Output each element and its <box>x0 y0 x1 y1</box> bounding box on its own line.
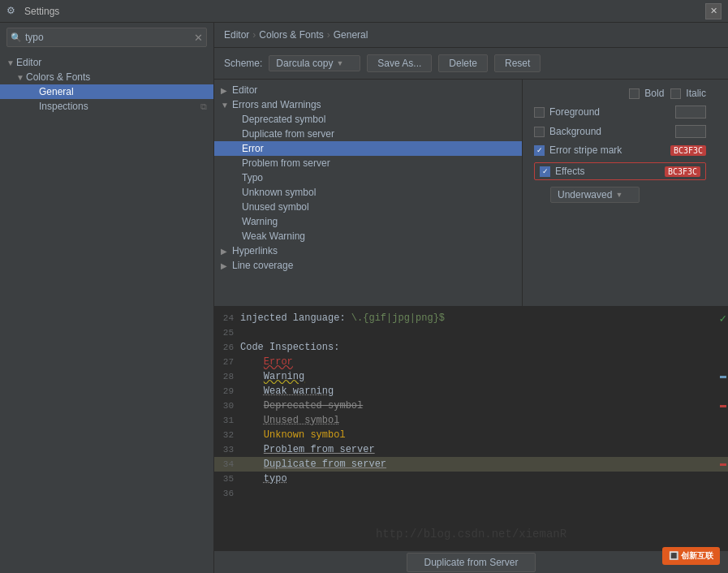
line-num-35: 35 <box>218 474 240 484</box>
st-item-line-coverage[interactable]: ▶ Line coverage <box>214 258 522 273</box>
st-item-typo[interactable]: Typo <box>214 170 522 185</box>
tree-item-inspections[interactable]: Inspections ⧉ <box>0 99 213 114</box>
indicator-green: ✓ <box>720 312 726 325</box>
line-content-32: Unknown symbol <box>240 429 346 441</box>
breadcrumb-part-colors: Colors & Fonts <box>259 29 323 41</box>
st-arrow-hyperlinks: ▶ <box>221 247 232 256</box>
left-tree: ▼ Editor ▼ Colors & Fonts General Inspec… <box>0 52 213 573</box>
delete-button[interactable]: Delete <box>438 54 488 72</box>
st-label-weak: Weak Warning <box>242 230 305 242</box>
st-item-weak-warning[interactable]: Weak Warning <box>214 229 522 243</box>
line-content-27: Error <box>240 356 293 368</box>
effects-checkbox[interactable] <box>540 166 550 177</box>
st-item-hyperlinks[interactable]: ▶ Hyperlinks <box>214 243 522 258</box>
tree-item-colors-fonts[interactable]: ▼ Colors & Fonts <box>0 70 213 84</box>
line-num-32: 32 <box>218 430 240 440</box>
line-num-31: 31 <box>218 416 240 425</box>
scheme-value: Darcula copy <box>276 58 333 69</box>
scheme-label: Scheme: <box>224 58 262 69</box>
error-stripe-row: Error stripe mark BC3F3C <box>534 144 706 156</box>
st-arrow-error <box>230 144 242 153</box>
breadcrumb-part-editor: Editor <box>224 29 249 41</box>
line-num-26: 26 <box>218 343 240 352</box>
st-item-error[interactable]: Error <box>214 141 522 156</box>
code-line-34: 34 Duplicate from server <box>214 457 728 472</box>
st-label-hyperlinks: Hyperlinks <box>232 245 278 256</box>
st-label-problem: Problem from server <box>242 157 330 169</box>
line-num-29: 29 <box>218 386 240 396</box>
left-panel: 🔍 ✕ ▼ Editor ▼ Colors & Fonts General <box>0 23 214 573</box>
st-label-deprecated: Deprecated symbol <box>242 114 325 125</box>
st-arrow-warning <box>230 218 242 226</box>
line-content-28: Warning <box>240 371 304 382</box>
st-item-problem[interactable]: Problem from server <box>214 156 522 170</box>
copy-icon: ⧉ <box>200 101 207 112</box>
window-title: Settings <box>24 6 705 17</box>
foreground-checkbox[interactable] <box>534 107 545 118</box>
st-item-dup-server[interactable]: Duplicate from server <box>214 127 522 141</box>
st-arrow-deprecated <box>230 115 242 124</box>
tree-item-general[interactable]: General <box>0 84 213 99</box>
background-label: Background <box>549 126 670 137</box>
line-num-27: 27 <box>218 357 240 367</box>
st-item-unknown[interactable]: Unknown symbol <box>214 185 522 200</box>
error-stripe-checkbox[interactable] <box>534 145 545 156</box>
line-num-36: 36 <box>218 489 240 498</box>
tree-label-editor: Editor <box>16 57 41 68</box>
st-item-errors[interactable]: ▼ Errors and Warnings <box>214 97 522 112</box>
st-item-editor[interactable]: ▶ Editor <box>214 83 522 97</box>
error-stripe-label: Error stripe mark <box>549 144 666 156</box>
bold-label: Bold <box>644 88 664 99</box>
bold-italic-row: Bold Italic <box>534 88 706 99</box>
save-as-button[interactable]: Save As... <box>367 54 432 72</box>
scheme-dropdown[interactable]: Darcula copy ▼ <box>269 55 360 71</box>
st-arrow-weak <box>230 232 242 241</box>
st-item-warning[interactable]: Warning <box>214 214 522 229</box>
st-arrow-unknown <box>230 188 242 197</box>
code-line-27: 27 Error <box>214 355 728 369</box>
st-label-warning: Warning <box>242 216 278 227</box>
st-label-typo: Typo <box>242 172 263 183</box>
main-container: 🔍 ✕ ▼ Editor ▼ Colors & Fonts General <box>0 23 728 573</box>
italic-checkbox-row: Italic <box>670 88 706 99</box>
split-area: ▶ Editor ▼ Errors and Warnings Deprecate… <box>214 80 728 573</box>
foreground-swatch[interactable] <box>675 106 706 118</box>
reset-button[interactable]: Reset <box>494 54 541 72</box>
scheme-dropdown-arrow: ▼ <box>336 59 343 67</box>
st-item-deprecated[interactable]: Deprecated symbol <box>214 112 522 127</box>
effects-color[interactable]: BC3F3C <box>665 166 700 177</box>
st-label-unused: Unused symbol <box>242 201 309 213</box>
code-line-36: 36 <box>214 486 728 501</box>
line-content-34: Duplicate from server <box>240 459 386 470</box>
st-label-line-coverage: Line coverage <box>232 260 293 271</box>
search-box: 🔍 ✕ <box>6 28 207 47</box>
line-content-26: Code Inspections: <box>240 342 339 353</box>
st-label-error: Error <box>242 143 264 154</box>
st-label-unknown: Unknown symbol <box>242 187 316 198</box>
st-item-unused[interactable]: Unused symbol <box>214 200 522 214</box>
italic-checkbox[interactable] <box>670 88 681 99</box>
line-content-30: Deprecated symbol <box>240 400 363 411</box>
background-checkbox[interactable] <box>534 127 545 137</box>
code-line-24: 24 injected language: \.{gif|jpg|png}$ ✓ <box>214 311 728 325</box>
settings-tree: ▶ Editor ▼ Errors and Warnings Deprecate… <box>214 80 523 306</box>
error-stripe-color[interactable]: BC3F3C <box>670 145 706 156</box>
duplicate-from-server-button[interactable]: Duplicate from Server <box>407 553 535 572</box>
search-clear-icon[interactable]: ✕ <box>194 32 203 44</box>
effects-type-value: Underwaved <box>558 189 612 200</box>
tree-item-editor[interactable]: ▼ Editor <box>0 55 213 70</box>
background-row: Background <box>534 125 706 138</box>
st-arrow-problem <box>230 159 242 168</box>
background-swatch[interactable] <box>675 125 706 138</box>
italic-label: Italic <box>686 88 706 99</box>
effects-type-dropdown[interactable]: Underwaved ▼ <box>550 187 640 203</box>
search-input[interactable] <box>6 28 207 47</box>
bold-checkbox-row: Bold <box>629 88 664 99</box>
line-content-29: Weak warning <box>240 386 334 397</box>
logo-label: 创新互联 <box>681 551 713 560</box>
st-label-errors: Errors and Warnings <box>232 99 321 110</box>
close-button[interactable]: ✕ <box>705 3 722 19</box>
settings-icon: ⚙ <box>6 5 19 18</box>
bold-checkbox[interactable] <box>629 88 640 99</box>
code-lines: 24 injected language: \.{gif|jpg|png}$ ✓… <box>214 308 728 504</box>
